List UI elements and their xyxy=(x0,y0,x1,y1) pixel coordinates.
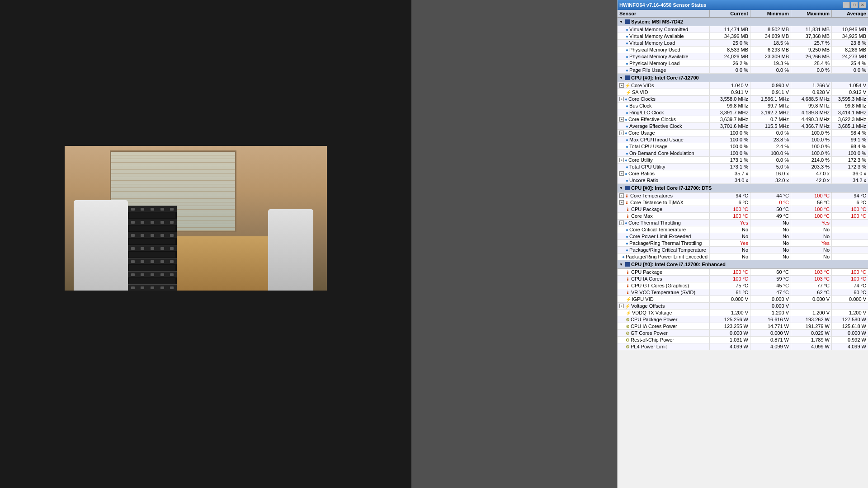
hwinfo-window: HWiNFO64 v7.16-4650 Sensor Status _ □ ✕ … xyxy=(617,0,868,488)
sensor-row[interactable]: ●Physical Memory Used8,533 MB6,293 MB9,2… xyxy=(618,47,868,53)
sensor-value-cell: 115.5 MHz xyxy=(750,123,791,129)
sensor-row[interactable]: ⚙Rest-of-Chip Power1.031 W0.871 W1.789 W… xyxy=(618,337,868,343)
sensor-value-cell: 103 °C xyxy=(791,269,832,275)
sensor-value-cell: 0.871 W xyxy=(750,337,791,343)
hwinfo-close-button[interactable]: ✕ xyxy=(859,2,866,8)
sensor-row[interactable]: 🌡CPU IA Cores100 °C59 °C103 °C100 °C xyxy=(618,276,868,282)
sensor-row[interactable]: ●Physical Memory Load26.2 %19.3 %28.4 %2… xyxy=(618,60,868,67)
sensor-row[interactable]: ⚡VDDQ TX Voltage1.200 V1.200 V1.200 V1.2… xyxy=(618,310,868,316)
sensor-row[interactable]: ●Uncore Ratio34.0 x32.0 x42.0 x34.2 x xyxy=(618,177,868,184)
expand-button[interactable]: + xyxy=(619,304,624,308)
sensor-row[interactable]: +🌡Core Temperatures94 °C44 °C100 °C94 °C xyxy=(618,192,868,199)
sensor-name-cell: ●Page File Usage xyxy=(618,67,710,73)
sensor-row[interactable]: ●Package/Ring Power Limit ExceededNoNoNo xyxy=(618,253,868,260)
sensor-name-cell: ●Bus Clock xyxy=(618,103,710,109)
sensor-row[interactable]: ●Virtual Memory Available34,396 MB34,039… xyxy=(618,33,868,40)
sensor-row[interactable]: ●Virtual Memory Load25.0 %18.5 %25.7 %23… xyxy=(618,40,868,47)
sensor-row[interactable]: ●Page File Usage0.0 %0.0 %0.0 %0.0 % xyxy=(618,67,868,74)
sensor-row[interactable]: ●Core Power Limit ExceededNoNoNo xyxy=(618,233,868,240)
sensor-row[interactable]: ●Total CPU Utility173.1 %5.0 %203.3 %172… xyxy=(618,164,868,170)
sensor-value-cell: 0.7 MHz xyxy=(750,116,791,122)
sensor-row[interactable]: ⚙CPU Package Power125.256 W16.616 W193.2… xyxy=(618,316,868,323)
expand-button[interactable]: + xyxy=(619,117,624,122)
expand-button[interactable]: + xyxy=(619,221,624,225)
sensor-row[interactable]: ●Average Effective Clock3,701.6 MHz115.5… xyxy=(618,123,868,130)
sensor-row[interactable]: 🌡CPU Package100 °C50 °C100 °C100 °C xyxy=(618,206,868,213)
sensor-row[interactable]: ●Bus Clock99.8 MHz99.7 MHz99.8 MHz99.8 M… xyxy=(618,103,868,109)
section-header-cpu0[interactable]: ▼ CPU [#0]: Intel Core i7-12700 xyxy=(618,74,868,82)
expand-button[interactable]: + xyxy=(619,200,624,205)
sensor-value-cell: 0.0 % xyxy=(710,67,750,73)
col-average: Average xyxy=(832,10,868,17)
sensor-row[interactable]: 🌡CPU Package100 °C60 °C103 °C100 °C xyxy=(618,269,868,276)
sensor-value-cell: 100 °C xyxy=(710,269,750,275)
sensor-value-cell: 4.099 W xyxy=(791,343,832,350)
sensor-row[interactable]: ●Virtual Memory Committed11,474 MB8,502 … xyxy=(618,26,868,33)
sensor-value-cell: 4.099 W xyxy=(750,343,791,350)
sensor-row[interactable]: +●Core Effective Clocks3,639.7 MHz0.7 MH… xyxy=(618,116,868,123)
sensor-value-cell xyxy=(791,303,832,309)
sensor-value-cell: 100 °C xyxy=(791,206,832,212)
sensor-row[interactable]: +●Core Usage100.0 %0.0 %100.0 %98.4 % xyxy=(618,130,868,136)
expand-button[interactable]: + xyxy=(619,171,624,176)
sensor-value-cell: 1,596.1 MHz xyxy=(750,96,791,102)
sensor-row[interactable]: +🌡Core Distance to TjMAX6 °C0 °C56 °C6 °… xyxy=(618,199,868,206)
expand-button[interactable]: + xyxy=(619,158,624,162)
sensor-row[interactable]: ⚙PL4 Power Limit4.099 W4.099 W4.099 W4.0… xyxy=(618,343,868,350)
sensor-row[interactable]: ⚙CPU IA Cores Power123.255 W14.771 W191.… xyxy=(618,323,868,330)
section-header-system[interactable]: ▼ System: MSI MS-7D42 xyxy=(618,18,868,26)
sensor-value-cell: 42.0 x xyxy=(791,177,832,183)
sensor-value-cell: 125.618 W xyxy=(832,323,868,329)
expand-button[interactable]: + xyxy=(619,131,624,135)
expand-button[interactable]: + xyxy=(619,83,624,88)
sensor-value-cell: 94 °C xyxy=(832,192,868,199)
sensor-value-cell: 98.4 % xyxy=(832,143,868,150)
sensor-value-cell: 100 °C xyxy=(710,276,750,282)
sensor-row[interactable]: ⚙GT Cores Power0.000 W0.000 W0.029 W0.00… xyxy=(618,330,868,337)
sensor-row[interactable]: 🌡CPU GT Cores (Graphics)75 °C45 °C77 °C7… xyxy=(618,282,868,289)
sensor-value-cell: 47 °C xyxy=(750,289,791,296)
section-header-cpu0_dts[interactable]: ▼ CPU [#0]: Intel Core i7-12700: DTS xyxy=(618,184,868,192)
hwinfo-minimize-button[interactable]: _ xyxy=(843,2,850,8)
sensor-table[interactable]: Sensor Current Minimum Maximum Average ▼… xyxy=(618,10,868,488)
sensor-row[interactable]: +●Core Clocks3,558.0 MHz1,596.1 MHz4,688… xyxy=(618,96,868,103)
sensor-row[interactable]: ●Total CPU Usage100.0 %2.4 %100.0 %98.4 … xyxy=(618,143,868,150)
sensor-name-cell: +●Core Clocks xyxy=(618,96,710,102)
sensor-row[interactable]: +⚡Voltage Offsets0.000 V xyxy=(618,303,868,310)
sensor-row[interactable]: ●Core Critical TemperatureNoNoNo xyxy=(618,226,868,233)
sensor-value-cell: 23.8 % xyxy=(832,40,868,46)
sensor-value-cell: No xyxy=(750,253,791,260)
sensor-value-cell: 19.3 % xyxy=(750,60,791,66)
sensor-value-cell: 59 °C xyxy=(750,276,791,282)
sensor-name-cell: ●Package/Ring Critical Temperature xyxy=(618,247,710,253)
sensor-row[interactable]: 🌡Core Max100 °C49 °C100 °C100 °C xyxy=(618,213,868,220)
sensor-value-cell: 0.000 W xyxy=(750,330,791,336)
sensor-row[interactable]: ⚡iGPU VID0.000 V0.000 V0.000 V0.000 V xyxy=(618,296,868,303)
sensor-value-cell: 0.029 W xyxy=(791,330,832,336)
sensor-row[interactable]: +●Core Ratios35.7 x16.0 x47.0 x36.0 x xyxy=(618,170,868,177)
expand-button[interactable]: + xyxy=(619,97,624,101)
sensor-row[interactable]: ●Package/Ring Thermal ThrottlingYesNoYes xyxy=(618,240,868,247)
sensor-row[interactable]: ●On-Demand Core Modulation100.0 %100.0 %… xyxy=(618,150,868,157)
sensor-row[interactable]: ●Max CPU/Thread Usage100.0 %23.8 %100.0 … xyxy=(618,136,868,143)
sensor-value-cell: 3,595.3 MHz xyxy=(832,96,868,102)
sensor-row[interactable]: +⚡Core VIDs1.040 V0.990 V1.266 V1.054 V xyxy=(618,82,868,89)
sensor-row[interactable]: +●Core Thermal ThrottlingYesNoYes xyxy=(618,220,868,226)
expand-button[interactable]: + xyxy=(619,193,624,198)
sensor-row[interactable]: ●Package/Ring Critical TemperatureNoNoNo xyxy=(618,247,868,253)
sensor-name-cell: ●On-Demand Core Modulation xyxy=(618,150,710,156)
hwinfo-titlebar: HWiNFO64 v7.16-4650 Sensor Status _ □ ✕ xyxy=(618,0,868,10)
sensor-row[interactable]: +●Core Utility173.1 %0.0 %214.0 %172.3 % xyxy=(618,157,868,164)
sensor-row[interactable]: ●Physical Memory Available24,026 MB23,30… xyxy=(618,53,868,60)
hwinfo-maximize-button[interactable]: □ xyxy=(851,2,858,8)
sensor-row[interactable]: ●Ring/LLC Clock3,391.7 MHz3,192.2 MHz4,1… xyxy=(618,109,868,116)
sensor-value-cell: 0.000 W xyxy=(710,330,750,336)
sensor-value-cell: 100.0 % xyxy=(710,143,750,150)
sensor-value-cell: No xyxy=(710,253,750,260)
section-header-cpu0_enhanced[interactable]: ▼ CPU [#0]: Intel Core i7-12700: Enhance… xyxy=(618,260,868,269)
sensor-value-cell: 6,293 MB xyxy=(750,47,791,53)
sensor-value-cell: 1.200 V xyxy=(710,310,750,316)
sensor-row[interactable]: 🌡VR VCC Temperature (SVID)61 °C47 °C62 °… xyxy=(618,289,868,296)
sensor-row[interactable]: ⚡SA VID0.911 V0.911 V0.928 V0.912 V xyxy=(618,89,868,96)
sensor-value-cell: No xyxy=(710,226,750,233)
